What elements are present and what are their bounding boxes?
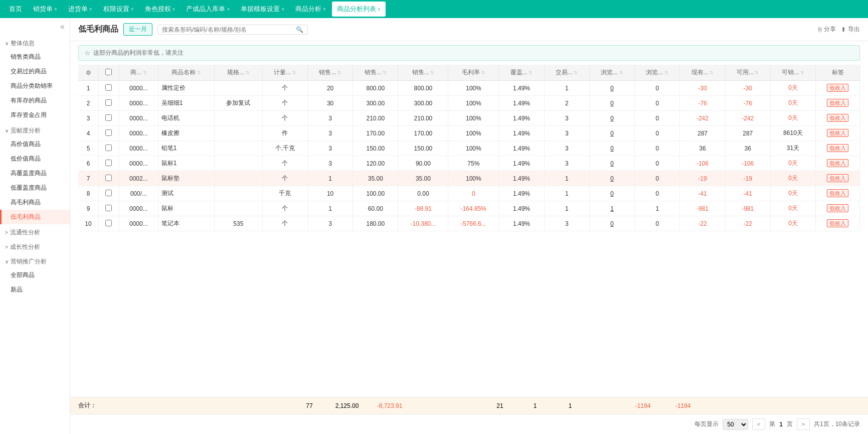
sidebar-section-贡献度分析[interactable]: ∨贡献度分析 (0, 122, 70, 137)
search-icon[interactable]: 🔍 (296, 26, 303, 33)
row-checkbox[interactable] (105, 114, 112, 121)
nav-close-icon[interactable]: × (89, 7, 92, 12)
table-row: 8000/...测试千克10100.000.0001.49%100-41-410… (78, 186, 860, 201)
col-header-trade[interactable]: 交易... ⇅ (544, 65, 589, 81)
nav-item-进货单[interactable]: 进货单× (63, 2, 97, 17)
col-header-sales_price[interactable]: 销售... ⇅ (353, 65, 398, 81)
sidebar-section-成长性分析[interactable]: >成长性分析 (0, 239, 70, 253)
col-header-sellable[interactable]: 可销... ⇅ (770, 65, 815, 81)
cell-sales_count: 3 (307, 216, 353, 231)
row-checkbox[interactable] (105, 220, 112, 226)
nav-item-商品分析[interactable]: 商品分析× (290, 2, 331, 17)
cell-trade: 1 (544, 81, 589, 96)
sidebar-item-高毛利商品[interactable]: 高毛利商品 (0, 195, 70, 210)
export-btn[interactable]: ⬆ 导出 (841, 25, 860, 34)
cell-code: 0000... (119, 81, 158, 96)
filter-recent-month-btn[interactable]: 近一月 (123, 23, 152, 36)
sidebar-item-低覆盖度商品[interactable]: 低覆盖度商品 (0, 181, 70, 195)
row-checkbox[interactable] (105, 175, 112, 181)
col-header-view2[interactable]: 浏览... ⇅ (635, 65, 680, 81)
cell-sales_price: 300.00 (353, 96, 398, 111)
col-header-name[interactable]: 商品名称 ⇅ (158, 65, 214, 81)
cell-index: 4 (78, 126, 99, 141)
row-checkbox[interactable] (105, 84, 112, 91)
cell-index: 7 (78, 171, 99, 186)
cell-view1[interactable]: 0 (589, 111, 634, 126)
col-header-unit[interactable]: 计量... ⇅ (262, 65, 307, 81)
row-checkbox[interactable] (105, 205, 112, 211)
cell-coverage: 1.49% (499, 156, 544, 171)
col-header-sales_count[interactable]: 销售... ⇅ (307, 65, 353, 81)
cell-view1[interactable]: 1 (589, 201, 634, 216)
next-page-btn[interactable]: ＞ (797, 418, 810, 430)
row-checkbox[interactable] (105, 160, 112, 166)
notice-bar: ☆ 这部分商品的利润非常低，请关注 (78, 45, 860, 61)
cell-coverage: 1.49% (499, 171, 544, 186)
row-checkbox[interactable] (105, 129, 112, 136)
cell-coverage: 1.49% (499, 201, 544, 216)
page-size-select[interactable]: 50 100 200 (723, 419, 748, 430)
nav-item-产成品入库单[interactable]: 产成品入库单× (181, 2, 235, 17)
col-header-view1[interactable]: 浏览... ⇅ (589, 65, 634, 81)
prev-page-btn[interactable]: ＜ (752, 418, 765, 430)
col-header-code[interactable]: 商... ⇅ (119, 65, 158, 81)
sidebar-collapse-btn[interactable]: « (57, 21, 68, 32)
table-row: 10000...属性定价个20800.00800.00100%1.49%100-… (78, 81, 860, 96)
sidebar-item-低价值商品[interactable]: 低价值商品 (0, 152, 70, 166)
sidebar-section-流通性分析[interactable]: >流通性分析 (0, 224, 70, 239)
nav-close-icon[interactable]: × (172, 7, 176, 12)
sidebar-item-全部商品[interactable]: 全部商品 (0, 268, 70, 282)
sidebar-item-库存资金占用[interactable]: 库存资金占用 (0, 108, 70, 122)
cell-view1[interactable]: 0 (589, 81, 634, 96)
nav-close-icon[interactable]: × (131, 7, 134, 12)
col-header-available[interactable]: 可用... ⇅ (725, 65, 770, 81)
settings-icon[interactable]: ⚙ (86, 69, 91, 76)
cell-trade: 1 (544, 171, 589, 186)
cell-view1[interactable]: 0 (589, 171, 634, 186)
cell-view1[interactable]: 0 (589, 141, 634, 156)
nav-item-销货单[interactable]: 销货单× (28, 2, 62, 17)
col-header-sales_profit[interactable]: 销售... ⇅ (398, 65, 448, 81)
sidebar-section-整体信息[interactable]: ∨整体信息 (0, 35, 70, 50)
nav-close-icon[interactable]: × (54, 7, 57, 12)
nav-close-icon[interactable]: × (227, 7, 230, 12)
cell-sales_count: 1 (307, 201, 353, 216)
nav-item-角色授权[interactable]: 角色授权× (140, 2, 181, 17)
select-all-checkbox[interactable] (105, 69, 112, 75)
search-input[interactable] (162, 26, 296, 33)
nav-item-首页[interactable]: 首页 (4, 2, 27, 17)
cell-sales_profit: 170.00 (398, 126, 448, 141)
row-checkbox[interactable] (105, 190, 112, 196)
cell-view1[interactable]: 0 (589, 156, 634, 171)
cell-available: -981 (725, 201, 770, 216)
cell-view1[interactable]: 0 (589, 216, 634, 231)
nav-item-权限设置[interactable]: 权限设置× (98, 2, 139, 17)
nav-item-单据模板设置[interactable]: 单据模板设置× (236, 2, 289, 17)
sidebar-section-营销推广分析[interactable]: ∨营销推广分析 (0, 253, 70, 268)
col-header-coverage[interactable]: 覆盖... ⇅ (499, 65, 544, 81)
cell-view1[interactable]: 0 (589, 126, 634, 141)
sidebar-item-有库存的商品[interactable]: 有库存的商品 (0, 93, 70, 108)
sidebar-item-销售类商品[interactable]: 销售类商品 (0, 50, 70, 64)
nav-close-icon[interactable]: × (281, 7, 284, 12)
nav-close-icon[interactable]: × (323, 7, 326, 12)
cell-view2: 0 (635, 156, 680, 171)
sidebar-item-新品[interactable]: 新品 (0, 282, 70, 297)
sidebar-item-高覆盖度商品[interactable]: 高覆盖度商品 (0, 166, 70, 181)
col-header-margin[interactable]: 毛利率 ⇅ (448, 65, 499, 81)
col-header-current[interactable]: 现有... ⇅ (680, 65, 725, 81)
row-checkbox[interactable] (105, 99, 112, 106)
col-header-spec[interactable]: 规格... ⇅ (215, 65, 263, 81)
cell-spec (215, 156, 263, 171)
sidebar-item-交易过的商品[interactable]: 交易过的商品 (0, 64, 70, 79)
nav-item-商品分析列表[interactable]: 商品分析列表× (332, 2, 386, 17)
cell-view1[interactable]: 0 (589, 96, 634, 111)
sidebar-item-商品分类助销率[interactable]: 商品分类助销率 (0, 79, 70, 93)
share-btn[interactable]: ⎘ 分享 (818, 25, 836, 34)
sidebar-item-低毛利商品[interactable]: 低毛利商品 (0, 210, 70, 224)
cell-coverage: 1.49% (499, 186, 544, 201)
sidebar-item-高价值商品[interactable]: 高价值商品 (0, 137, 70, 152)
cell-view1[interactable]: 0 (589, 186, 634, 201)
row-checkbox[interactable] (105, 144, 112, 151)
nav-close-icon[interactable]: × (378, 7, 381, 12)
